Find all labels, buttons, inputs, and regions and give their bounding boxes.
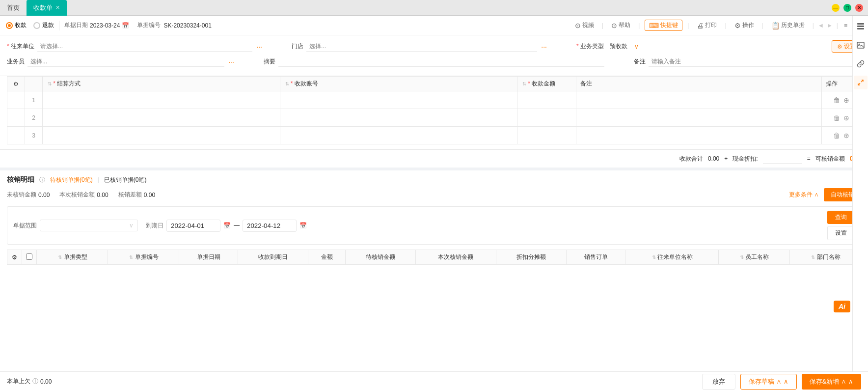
save-draft-button[interactable]: 保存草稿 ∧ ∧	[740, 374, 797, 390]
receipt-refund-toggle: 收款 退款	[6, 21, 54, 29]
table-row: 1 🗑 ⊕	[7, 91, 861, 109]
row1-gear	[7, 91, 25, 109]
plus-sign: +	[724, 155, 728, 162]
help-btn[interactable]: ⊙ 帮助	[608, 20, 633, 30]
bt-discount-header: 折扣分摊额	[496, 250, 567, 265]
sidebar-expand-icon[interactable]	[854, 76, 868, 89]
table-row: 3 🗑 ⊕	[7, 127, 861, 144]
row3-settlement[interactable]	[43, 127, 280, 144]
discount-input[interactable]	[763, 154, 802, 164]
verify-info-icon[interactable]: ⓘ	[39, 176, 45, 184]
diff-value: 0.00	[144, 192, 155, 198]
tab-home-label: 首页	[7, 3, 20, 12]
row1-remark[interactable]	[576, 91, 822, 109]
salesperson-input[interactable]	[27, 56, 224, 67]
account-label: 收款账号	[291, 80, 318, 87]
right-arrow-icon[interactable]: ▶	[828, 23, 832, 28]
calendar-icon[interactable]: 📅	[122, 22, 129, 29]
bt-gear-header[interactable]: ⚙	[7, 250, 22, 265]
verified-tab[interactable]: 已核销单据(0笔)	[104, 176, 147, 184]
pending-tab[interactable]: 待核销单据(0笔)	[50, 176, 93, 184]
video-btn[interactable]: ⊙ 视频	[572, 20, 597, 30]
sidebar-image-icon[interactable]	[854, 38, 868, 52]
sidebar-table-icon[interactable]	[854, 20, 868, 33]
doc-num-label: 单据编号	[137, 21, 161, 29]
settlement-label: 结算方式	[53, 80, 81, 87]
refund-radio[interactable]: 退款	[33, 21, 54, 29]
verify-stats: 未核销金额 0.00 本次核销金额 0.00 核销差额 0.00 更多条件 ∧ …	[7, 188, 861, 201]
remark-input[interactable]	[649, 56, 861, 67]
row1-copy-icon[interactable]: ⊕	[843, 96, 849, 104]
total-label: 收款合计	[679, 155, 703, 163]
shortcut-btn[interactable]: ⌨ 快捷键	[645, 20, 682, 31]
maximize-button[interactable]: □	[843, 4, 851, 12]
row2-remark[interactable]	[576, 109, 822, 127]
row2-copy-icon[interactable]: ⊕	[843, 114, 849, 122]
current-label: 本单上欠	[7, 377, 30, 386]
row1-amount[interactable]	[517, 91, 576, 109]
store-more-icon[interactable]: ···	[541, 43, 547, 51]
bt-docdate-header: 单据日期	[179, 250, 238, 265]
table-num-header	[25, 77, 43, 91]
close-tab-icon[interactable]: ✕	[55, 4, 60, 11]
print-btn[interactable]: 🖨 打印	[694, 20, 720, 30]
select-all-checkbox[interactable]	[26, 253, 32, 260]
store-field: 门店 ···	[292, 41, 547, 52]
counterpart-input[interactable]	[37, 41, 252, 52]
salesperson-more-icon[interactable]: ···	[228, 58, 234, 66]
sidebar-link-icon[interactable]	[854, 57, 868, 71]
diff-label: 核销差额	[118, 191, 142, 199]
row2-delete-icon[interactable]: 🗑	[833, 114, 840, 122]
window-controls: — □ ✕	[832, 4, 868, 12]
row3-amount[interactable]	[517, 127, 576, 144]
row2-amount[interactable]	[517, 109, 576, 127]
minimize-button[interactable]: —	[832, 4, 840, 12]
row2-settlement[interactable]	[43, 109, 280, 127]
video-label: 视频	[582, 21, 594, 29]
history-btn[interactable]: 📋 历史单据	[768, 20, 808, 30]
row3-remark[interactable]	[576, 127, 822, 144]
close-button[interactable]: ✕	[855, 4, 863, 12]
row1-delete-icon[interactable]: 🗑	[833, 96, 840, 104]
row2-account[interactable]	[280, 109, 517, 127]
ai-badge[interactable]: Ai	[834, 301, 850, 312]
list-view-btn[interactable]: ≡	[843, 21, 848, 30]
summary-input[interactable]	[278, 56, 604, 67]
save-new-button[interactable]: 保存&新增 ∧ ∧	[802, 374, 861, 390]
bt-employee-header: ⇅ 员工名称	[718, 250, 789, 265]
current-verify-label: 本次核销金额	[59, 191, 95, 199]
more-filter-btn[interactable]: 更多条件 ∧	[789, 191, 819, 199]
range-select[interactable]: ∨	[40, 220, 138, 231]
footer-info-icon[interactable]: ⓘ	[32, 377, 38, 386]
calendar-from-icon[interactable]: 📅	[223, 222, 231, 229]
date-label: 单据日期	[64, 21, 88, 29]
row1-account[interactable]	[280, 91, 517, 109]
row3-copy-icon[interactable]: ⊕	[843, 132, 849, 140]
row1-num: 1	[25, 91, 43, 109]
calendar-to-icon[interactable]: 📅	[299, 222, 307, 229]
receipt-radio[interactable]: 收款	[6, 21, 27, 29]
date-from-input[interactable]	[166, 220, 220, 232]
tab-home[interactable]: 首页	[0, 0, 27, 16]
filter-settings-button[interactable]: 设置	[827, 226, 855, 240]
receipts-table: ⚙ ⇅ 结算方式 ⇅ 收款账号 ⇅ 收款金额 备注 操作	[7, 76, 861, 144]
store-input[interactable]	[306, 41, 537, 52]
salesperson-field: 业务员 ···	[7, 56, 234, 67]
table-gear-header[interactable]: ⚙	[7, 77, 25, 91]
row3-delete-icon[interactable]: 🗑	[833, 132, 840, 140]
row1-settlement[interactable]	[43, 91, 280, 109]
counterpart-more-icon[interactable]: ···	[256, 43, 262, 51]
date-to-input[interactable]	[243, 220, 297, 232]
abandon-button[interactable]: 放弃	[702, 374, 735, 390]
row3-account[interactable]	[280, 127, 517, 144]
query-button[interactable]: 查询	[827, 211, 855, 224]
table-account-header: ⇅ 收款账号	[280, 77, 517, 91]
counterpart-label: 往来单位	[7, 42, 34, 51]
tab-receipt[interactable]: 收款单 ✕	[27, 0, 67, 16]
help-icon: ⊙	[611, 22, 617, 29]
operation-btn[interactable]: ⚙ 操作	[732, 20, 757, 30]
business-type-dropdown-icon[interactable]: ∨	[634, 43, 639, 50]
left-arrow-icon[interactable]: ◀	[819, 23, 823, 28]
bt-check-header[interactable]	[22, 250, 37, 265]
salesperson-label: 业务员	[7, 57, 25, 66]
